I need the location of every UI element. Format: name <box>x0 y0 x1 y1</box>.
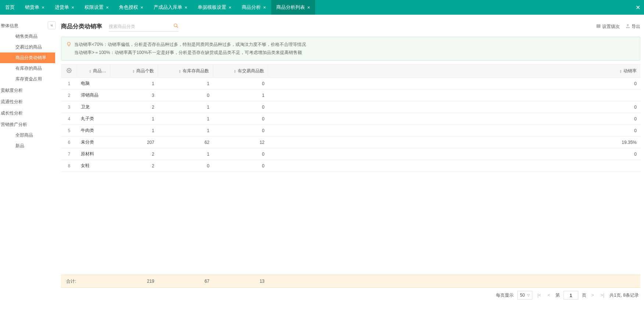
sidebar-item[interactable]: 全部商品 <box>0 130 55 141</box>
tip-line-2: 当动销率>＝100%：动销率高于100%不一定是好事，分析是否存在缺货或是品类不… <box>74 49 635 57</box>
cell-tx: 0 <box>213 125 268 136</box>
cell-stock: 1 <box>158 113 213 124</box>
chevron-left-double-icon: « <box>51 23 53 28</box>
close-icon[interactable]: ✕ <box>71 6 74 10</box>
close-icon[interactable]: ✕ <box>42 6 44 10</box>
cell-count: 1 <box>110 78 158 89</box>
cell-count: 2 <box>110 101 158 113</box>
tab-进货单[interactable]: 进货单✕ <box>50 0 79 15</box>
close-icon[interactable]: ✕ <box>229 6 231 10</box>
cell-name: 未分类 <box>77 137 110 148</box>
tab-label: 权限设置 <box>84 4 104 11</box>
page-prev-button[interactable]: < <box>546 293 552 298</box>
table-row[interactable]: 6未分类207621219.35% <box>61 137 640 148</box>
top-tab-bar: 首页销货单✕进货单✕权限设置✕角色授权✕产成品入库单✕单据模板设置✕商品分析✕商… <box>0 0 644 15</box>
th-name-label: 商品… <box>93 68 106 74</box>
tabs-close-all-button[interactable]: ✕ <box>632 0 644 15</box>
tab-label: 商品分析 <box>242 4 261 11</box>
table-row[interactable]: 7原材料2100 <box>61 148 640 160</box>
th-count[interactable]: ▲▼ 商品个数 <box>110 65 158 77</box>
cell-index: 7 <box>61 148 77 160</box>
table-row[interactable]: 4丸子类1100 <box>61 113 640 125</box>
table-footer-row: 合计: 219 67 13 <box>61 275 640 288</box>
tab-产成品入库单[interactable]: 产成品入库单✕ <box>148 0 193 15</box>
tab-商品分析[interactable]: 商品分析✕ <box>237 0 271 15</box>
per-page-select[interactable]: 50 ▽ <box>517 291 532 300</box>
svg-rect-4 <box>597 27 600 28</box>
table-settings-cell[interactable] <box>61 65 77 77</box>
page-next-button[interactable]: > <box>590 293 596 298</box>
close-icon[interactable]: ✕ <box>106 6 109 10</box>
close-icon[interactable]: ✕ <box>307 6 310 10</box>
cell-count: 1 <box>110 113 158 124</box>
cell-name: 女鞋 <box>77 160 110 171</box>
search-icon[interactable] <box>173 23 179 29</box>
cell-tx: 12 <box>213 137 268 148</box>
table-row[interactable]: 3卫龙2100 <box>61 101 640 113</box>
search-input[interactable] <box>109 24 173 29</box>
tab-角色授权[interactable]: 角色授权✕ <box>114 0 148 15</box>
page-first-button[interactable]: |< <box>536 293 543 298</box>
sidebar: « ﹀整体信息销售类商品交易过的商品商品分类动销率有库存的商品库存资金占用›贡献… <box>0 19 55 301</box>
tab-首页[interactable]: 首页 <box>0 0 20 15</box>
export-icon <box>626 24 630 29</box>
sidebar-group-title[interactable]: ›流通性分析 <box>0 97 55 107</box>
tab-权限设置[interactable]: 权限设置✕ <box>79 0 114 15</box>
cell-count: 207 <box>110 137 158 148</box>
table-row[interactable]: 2滞销商品301 <box>61 90 640 101</box>
sidebar-group-title[interactable]: ﹀营销推广分析 <box>0 119 55 130</box>
cell-name: 滞销商品 <box>77 90 110 101</box>
close-icon[interactable]: ✕ <box>263 6 266 10</box>
th-tx[interactable]: ▲▼ 有交易商品数 <box>213 65 268 77</box>
table-header-row: ▲▼ 商品… ▲▼ 商品个数 ▲▼ 有库存商品数 ▲▼ 有交易商品数 ▲▼ <box>61 65 640 78</box>
cell-name: 原材料 <box>77 148 110 160</box>
sidebar-group-label: 流通性分析 <box>1 99 23 105</box>
pagination-bar: 每页显示 50 ▽ |< < 第 页 > >| 共1页, 8条记录 <box>61 288 640 301</box>
table-row[interactable]: 1电脑1100 <box>61 78 640 90</box>
table-row[interactable]: 5牛肉类1100 <box>61 125 640 137</box>
cell-stock: 0 <box>158 90 213 101</box>
cell-index: 8 <box>61 160 77 171</box>
cell-count: 2 <box>110 160 158 171</box>
cell-index: 3 <box>61 101 77 113</box>
cell-stock: 62 <box>158 137 213 148</box>
sidebar-group-title[interactable]: ›成长性分析 <box>0 108 55 119</box>
cell-index: 5 <box>61 125 77 136</box>
tab-单据模板设置[interactable]: 单据模板设置✕ <box>193 0 237 15</box>
close-icon[interactable]: ✕ <box>184 6 187 10</box>
tip-line-1: 当动销率<70%：动销率偏低，分析是否存在品种过多，特别是同质同类品种过多，或淘… <box>74 41 635 49</box>
per-page-label: 每页显示 <box>496 292 514 299</box>
th-stock[interactable]: ▲▼ 有库存商品数 <box>158 65 213 77</box>
sort-icon: ▲▼ <box>132 69 135 73</box>
close-icon[interactable]: ✕ <box>140 6 143 10</box>
sidebar-group-title[interactable]: ﹀整体信息 <box>0 21 55 31</box>
sidebar-item[interactable]: 交易过的商品 <box>0 42 55 53</box>
page-last-button[interactable]: >| <box>599 293 606 298</box>
settings-icon <box>596 24 601 29</box>
settings-level-button[interactable]: 设置级次 <box>596 23 620 30</box>
sort-icon: ▲▼ <box>179 69 181 73</box>
th-stock-label: 有库存商品数 <box>183 68 209 74</box>
export-button[interactable]: 导出 <box>626 23 640 30</box>
sidebar-item[interactable]: 商品分类动销率 <box>0 53 55 63</box>
sidebar-group: ›流通性分析 <box>0 97 55 107</box>
page-title: 商品分类动销率 <box>61 23 102 30</box>
chevron-right-icon: › <box>1 111 3 115</box>
footer-count: 219 <box>110 279 158 284</box>
cell-count: 2 <box>110 148 158 160</box>
sidebar-item[interactable]: 库存资金占用 <box>0 74 55 84</box>
sidebar-item[interactable]: 销售类商品 <box>0 31 55 42</box>
page-input[interactable] <box>564 291 578 300</box>
sidebar-group: ›成长性分析 <box>0 108 55 119</box>
tip-banner: 当动销率<70%：动销率偏低，分析是否存在品种过多，特别是同质同类品种过多，或淘… <box>61 37 640 61</box>
th-rate[interactable]: ▲▼ 动销率 <box>268 65 640 77</box>
sidebar-group-title[interactable]: ›贡献度分析 <box>0 85 55 96</box>
table-row[interactable]: 8女鞋200 <box>61 160 640 172</box>
chevron-right-icon: › <box>1 88 3 93</box>
sidebar-collapse-button[interactable]: « <box>48 21 56 29</box>
th-name[interactable]: ▲▼ 商品… <box>77 65 110 77</box>
tab-销货单[interactable]: 销货单✕ <box>20 0 50 15</box>
tab-商品分析列表[interactable]: 商品分析列表✕ <box>271 0 315 15</box>
sidebar-item[interactable]: 有库存的商品 <box>0 63 55 74</box>
sidebar-item[interactable]: 新品 <box>0 141 55 151</box>
